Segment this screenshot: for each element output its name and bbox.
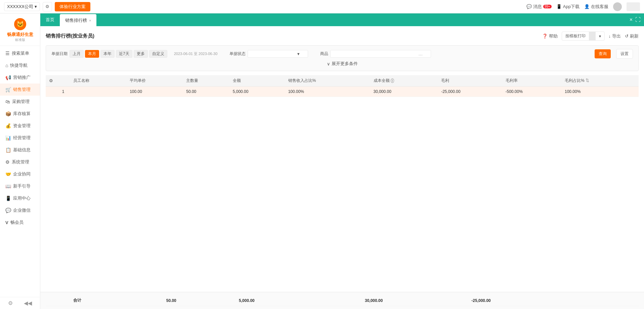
column-settings-icon[interactable]: ⚙ bbox=[49, 78, 53, 83]
tab-sales-rank[interactable]: 销售排行榜 × bbox=[60, 14, 96, 27]
th-name: 员工名称 bbox=[70, 75, 126, 87]
query-button[interactable]: 查询 bbox=[595, 49, 611, 58]
sidebar-item-apps[interactable]: 📱 应用中心 bbox=[0, 192, 40, 204]
export-icon: ↓ bbox=[609, 34, 611, 39]
settings-button[interactable]: ⚙ bbox=[43, 2, 52, 11]
expand-more-button[interactable]: ∨ 展开更多条件 bbox=[51, 59, 633, 67]
sidebar-item-finance[interactable]: 💰 资金管理 bbox=[0, 120, 40, 132]
td-settings bbox=[46, 87, 56, 97]
data-table: ⚙ 员工名称 平均单价 主数量 全额 销售收入占比% 成本全额 i 毛利 毛利率… bbox=[46, 75, 639, 97]
sidebar-item-label: 企业协同 bbox=[13, 171, 31, 177]
td-gross-rate: -500.00% bbox=[502, 87, 561, 97]
trial-button[interactable]: 体验行业方案 bbox=[55, 2, 90, 11]
date-range-display: 2023-06-01 至 2023-06-30 bbox=[173, 51, 218, 56]
date-last-7-days[interactable]: 近7天 bbox=[116, 50, 132, 58]
sidebar-item-marketing[interactable]: 📢 营销推广 bbox=[0, 71, 40, 84]
sidebar-item-sales[interactable]: 🛒 销售管理 bbox=[0, 84, 40, 96]
table-header-row: ⚙ 员工名称 平均单价 主数量 全额 销售收入占比% 成本全额 i 毛利 毛利率… bbox=[46, 75, 639, 87]
summary-table: 合计 50.00 5,000.00 30,000.00 -25,000.00 bbox=[46, 295, 639, 306]
tab-close-icon[interactable]: × bbox=[89, 18, 91, 22]
split-divider bbox=[589, 32, 596, 40]
sidebar-item-wechat[interactable]: 💬 企业微信 bbox=[0, 204, 40, 216]
date-this-year[interactable]: 本年 bbox=[100, 50, 115, 58]
refresh-button[interactable]: ↺ 刷新 bbox=[625, 33, 639, 39]
gear-icon: ⚙ bbox=[45, 4, 49, 9]
sidebar-item-member[interactable]: V 畅会员 bbox=[0, 216, 40, 228]
th-cost: 成本全额 i bbox=[370, 75, 438, 87]
expand-label: 展开更多条件 bbox=[332, 61, 358, 67]
marketing-icon: 📢 bbox=[5, 75, 11, 80]
app-download-button[interactable]: 📱 App下载 bbox=[556, 4, 579, 10]
status-filter: 单据状态 ▾ bbox=[229, 50, 308, 58]
help-button[interactable]: ❓ 帮助 bbox=[542, 33, 558, 39]
top-bar-left: XXXXXX公司 ▾ ⚙ 体验行业方案 bbox=[4, 2, 90, 11]
export-button[interactable]: ↓ 导出 bbox=[609, 33, 621, 39]
goods-filter: 商品 … bbox=[320, 50, 431, 58]
date-filter: 单据日期 上月 本月 本年 近7天 更多 自定义 bbox=[51, 50, 167, 58]
gross-pct-sort-icon[interactable]: ⇅ bbox=[586, 78, 589, 83]
status-select[interactable]: ▾ bbox=[248, 50, 308, 58]
sidebar-item-search-order[interactable]: ☰ 搜索菜单 bbox=[0, 47, 40, 59]
date-custom[interactable]: 自定义 bbox=[149, 50, 167, 58]
home-icon: ⌂ bbox=[5, 63, 8, 68]
app-download-label: App下载 bbox=[563, 4, 579, 10]
refresh-icon: ↺ bbox=[625, 34, 629, 39]
settings-button-filter[interactable]: 设置 bbox=[616, 49, 633, 59]
td-amount: 5,000.00 bbox=[229, 87, 285, 97]
sidebar-item-operations[interactable]: 📊 经营管理 bbox=[0, 132, 40, 144]
tab-bar: 首页 销售排行榜 × × ⛶ bbox=[40, 13, 644, 26]
sidebar-item-basic-info[interactable]: 📋 基础信息 bbox=[0, 144, 40, 156]
filter-line-1: 单据日期 上月 本月 本年 近7天 更多 自定义 2023-06-01 至 20… bbox=[51, 49, 633, 59]
th-avg-price: 平均单价 bbox=[126, 75, 183, 87]
window-close-icon[interactable]: × bbox=[630, 17, 633, 23]
page-content: 销售排行榜(按业务员) ❓ 帮助 按模板打印 ▾ ↓ 导出 bbox=[40, 26, 644, 292]
online-service-button[interactable]: 👤 在线客服 bbox=[584, 4, 608, 10]
export-label: 导出 bbox=[612, 33, 621, 39]
logo-title: 畅康通好生意 bbox=[7, 32, 33, 38]
summary-gross-rate-cell bbox=[581, 295, 609, 306]
goods-more-icon[interactable]: … bbox=[418, 51, 423, 56]
finance-icon: 💰 bbox=[5, 123, 11, 128]
th-gross: 毛利 bbox=[438, 75, 502, 87]
tab-home[interactable]: 首页 bbox=[40, 13, 60, 26]
template-print-button[interactable]: 按模板打印 ▾ bbox=[562, 32, 605, 41]
filter-row: 单据日期 上月 本月 本年 近7天 更多 自定义 2023-06-01 至 20… bbox=[46, 45, 639, 71]
purchase-icon: 🛍 bbox=[5, 99, 10, 104]
window-expand-icon[interactable]: ⛶ bbox=[635, 17, 641, 23]
user-info[interactable] bbox=[627, 2, 640, 11]
summary-gross-pct-cell bbox=[609, 295, 639, 306]
sidebar-item-cooperation[interactable]: 🤝 企业协同 bbox=[0, 168, 40, 180]
date-more[interactable]: 更多 bbox=[134, 50, 148, 58]
sidebar-item-label: 应用中心 bbox=[13, 195, 31, 201]
logo-icon: 🐱 bbox=[14, 18, 26, 30]
cost-info-icon[interactable]: i bbox=[391, 79, 394, 83]
goods-select[interactable]: … bbox=[330, 50, 431, 58]
app-icon: 📱 bbox=[556, 4, 562, 9]
print-dropdown-icon[interactable]: ▾ bbox=[596, 33, 604, 40]
summary-sales-pct-cell bbox=[333, 295, 361, 306]
avatar[interactable] bbox=[613, 2, 622, 11]
sidebar-item-inventory[interactable]: 📦 库存核算 bbox=[0, 108, 40, 120]
th-sales-pct: 销售收入占比% bbox=[285, 75, 370, 87]
page-title: 销售排行榜(按业务员) bbox=[46, 33, 94, 39]
sidebar-item-label: 搜索菜单 bbox=[12, 50, 29, 56]
sidebar-item-quick-nav[interactable]: ⌂ 快捷导航 bbox=[0, 59, 40, 71]
guide-icon: 📖 bbox=[5, 184, 11, 189]
wechat-icon: 💬 bbox=[5, 208, 11, 213]
sidebar-item-purchase[interactable]: 🛍 采购管理 bbox=[0, 96, 40, 108]
sidebar-collapse-icon[interactable]: ◀◀ bbox=[24, 300, 32, 306]
date-last-month[interactable]: 上月 bbox=[70, 50, 84, 58]
date-this-month[interactable]: 本月 bbox=[85, 50, 99, 58]
member-icon: V bbox=[5, 220, 8, 225]
cooperation-icon: 🤝 bbox=[5, 171, 11, 177]
td-cost: 30,000.00 bbox=[370, 87, 438, 97]
tab-bar-right: × ⛶ bbox=[630, 17, 644, 23]
sidebar-item-guide[interactable]: 📖 新手引导 bbox=[0, 180, 40, 192]
company-selector[interactable]: XXXXXX公司 ▾ bbox=[4, 2, 40, 11]
refresh-label: 刷新 bbox=[630, 33, 639, 39]
message-button[interactable]: 💬 消息 99+ bbox=[526, 4, 552, 10]
sidebar-settings-icon[interactable]: ⚙ bbox=[8, 300, 13, 306]
sidebar-item-label: 系统管理 bbox=[12, 159, 29, 165]
sidebar-item-system[interactable]: ⚙ 系统管理 bbox=[0, 156, 40, 168]
th-settings[interactable]: ⚙ bbox=[46, 75, 56, 87]
